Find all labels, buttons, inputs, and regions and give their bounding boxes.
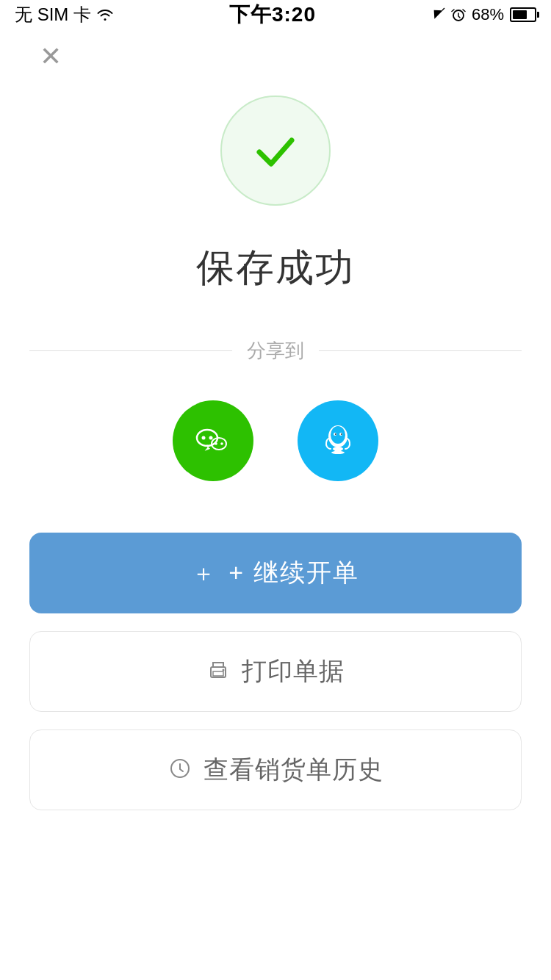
close-button[interactable]: ✕ (32, 38, 69, 75)
alarm-icon (451, 7, 466, 22)
divider-right (319, 350, 522, 351)
status-time: 下午3:20 (229, 1, 316, 29)
checkmark-icon (249, 124, 302, 177)
location-icon (432, 7, 445, 22)
history-label: 查看销货单历史 (204, 753, 383, 787)
status-left: 无 SIM 卡 (15, 3, 113, 26)
sim-status: 无 SIM 卡 (15, 3, 91, 26)
success-title: 保存成功 (196, 242, 355, 294)
success-circle (220, 96, 331, 206)
continue-button[interactable]: ＋ + 继续开单 (29, 533, 522, 613)
svg-point-12 (341, 433, 342, 435)
share-icons (29, 400, 522, 481)
qq-share-button[interactable] (298, 400, 378, 481)
action-buttons: ＋ + 继续开单 打印单据 查看销货单历 (0, 533, 551, 810)
print-button[interactable]: 打印单据 (29, 631, 522, 712)
plus-icon: ＋ (192, 561, 217, 585)
svg-point-8 (331, 426, 345, 444)
svg-point-3 (209, 436, 213, 440)
svg-rect-17 (213, 671, 223, 676)
history-button[interactable]: 查看销货单历史 (29, 729, 522, 810)
divider-left (29, 350, 232, 351)
battery-percentage: 68% (472, 5, 504, 24)
printer-icon (206, 658, 230, 685)
continue-label: + 继续开单 (228, 556, 359, 590)
svg-point-5 (215, 442, 217, 445)
clock-icon (168, 757, 192, 784)
svg-point-18 (223, 669, 225, 671)
svg-point-11 (335, 433, 336, 435)
wechat-share-button[interactable] (173, 400, 253, 481)
svg-point-15 (331, 451, 345, 454)
svg-point-2 (202, 436, 206, 440)
share-divider: 分享到 (29, 338, 522, 364)
print-label: 打印单据 (242, 655, 345, 688)
share-label: 分享到 (247, 338, 304, 364)
status-bar: 无 SIM 卡 下午3:20 68% (0, 0, 551, 29)
close-icon: ✕ (40, 43, 62, 70)
svg-point-6 (220, 442, 223, 445)
main-content: 保存成功 分享到 (0, 29, 551, 810)
wifi-icon (97, 9, 113, 21)
share-section: 分享到 (0, 338, 551, 533)
qq-icon (315, 418, 361, 464)
battery-icon (510, 7, 536, 22)
status-right: 68% (432, 5, 536, 24)
wechat-icon (191, 419, 235, 463)
svg-point-1 (197, 430, 217, 446)
